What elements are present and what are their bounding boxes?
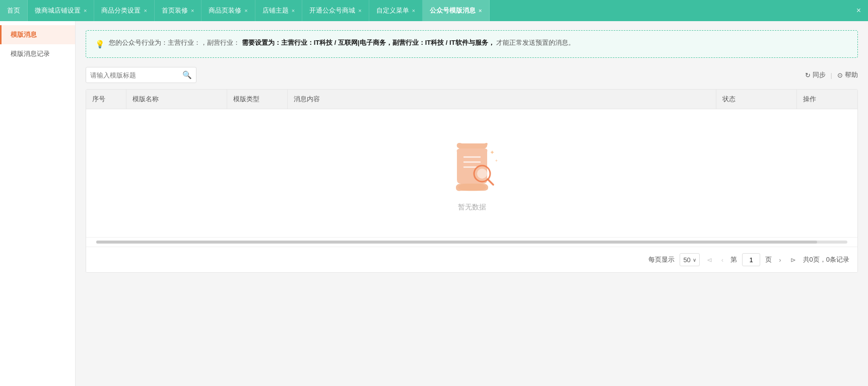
table-wrapper: 序号 模版名称 模版类型 消息内容 状态 操作 (86, 89, 858, 273)
total-text: 共0页，0条记录 (803, 255, 849, 264)
empty-state: ✦ ✦ 暂无数据 (86, 109, 857, 237)
per-page-select[interactable]: 50 ∨ (680, 253, 699, 266)
scrollbar-row (86, 237, 857, 247)
svg-text:✦: ✦ (495, 159, 498, 163)
close-icon[interactable]: × (358, 8, 361, 14)
svg-point-5 (477, 169, 487, 179)
close-icon[interactable]: × (84, 8, 87, 14)
close-icon[interactable]: × (191, 8, 194, 14)
nav-tab-shop-settings[interactable]: 微商城店铺设置 × (28, 0, 94, 21)
nav-tab-template-msg-label: 公众号模版消息 (430, 6, 476, 15)
nav-tab-open-mall[interactable]: 开通公众号商城 × (302, 0, 369, 21)
close-icon[interactable]: × (144, 8, 147, 14)
page-first-button[interactable]: ⊲ (705, 255, 714, 265)
empty-icon: ✦ ✦ (442, 139, 502, 195)
col-content: 消息内容 (288, 90, 716, 109)
table-header: 序号 模版名称 模版类型 消息内容 状态 操作 (86, 90, 857, 109)
per-page-label: 每页显示 (648, 255, 675, 264)
nav-tab-home[interactable]: 首页 (0, 0, 28, 21)
sidebar: 模版消息 模版消息记录 (0, 21, 76, 386)
nav-tab-custom-menu[interactable]: 自定义菜单 × (369, 0, 423, 21)
close-icon[interactable]: × (292, 8, 295, 14)
page-label: 第 (730, 255, 737, 264)
nav-tab-custom-menu-label: 自定义菜单 (376, 6, 409, 15)
close-all-button[interactable]: × (849, 6, 868, 15)
col-name: 模版名称 (126, 90, 227, 109)
nav-tab-shop-settings-label: 微商城店铺设置 (35, 6, 81, 15)
page-last-button[interactable]: ⊳ (788, 255, 798, 265)
chevron-down-icon: ∨ (693, 257, 696, 263)
top-nav: 首页 微商城店铺设置 × 商品分类设置 × 首页装修 × 商品页装修 × 店铺主… (0, 0, 868, 21)
svg-text:✦: ✦ (490, 149, 495, 156)
divider: | (831, 71, 832, 79)
nav-tab-product-decor-label: 商品页装修 (209, 6, 241, 15)
search-button[interactable]: 🔍 (182, 70, 192, 80)
notice-text: 您的公众号行业为：主营行业：，副营行业： 需要设置为：主营行业：IT科技 / 互… (109, 38, 575, 48)
search-right-actions: ↻ 同步 | ⊙ 帮助 (805, 70, 858, 80)
notice-box: 💡 您的公众号行业为：主营行业：，副营行业： 需要设置为：主营行业：IT科技 /… (86, 30, 858, 58)
content-area: 💡 您的公众号行业为：主营行业：，副营行业： 需要设置为：主营行业：IT科技 /… (76, 21, 868, 386)
fake-scrollbar[interactable] (96, 241, 847, 244)
search-bar: 🔍 ↻ 同步 | ⊙ 帮助 (86, 67, 858, 83)
main-layout: 模版消息 模版消息记录 💡 您的公众号行业为：主营行业：，副营行业： 需要设置为… (0, 21, 868, 386)
bulb-icon: 💡 (95, 38, 105, 50)
nav-tab-open-mall-label: 开通公众号商城 (309, 6, 355, 15)
nav-tab-shop-theme[interactable]: 店铺主题 × (255, 0, 302, 21)
page-next-button[interactable]: › (777, 255, 783, 265)
nav-tab-product-decor[interactable]: 商品页装修 × (202, 0, 255, 21)
col-index: 序号 (86, 90, 126, 109)
nav-tab-shop-theme-label: 店铺主题 (262, 6, 289, 15)
nav-tab-home-decor-label: 首页装修 (162, 6, 188, 15)
scrollbar-thumb (96, 241, 817, 244)
search-input[interactable] (90, 71, 182, 79)
page-input[interactable] (742, 253, 760, 266)
pagination: 每页显示 50 ∨ ⊲ ‹ 第 页 › ⊳ 共0页，0条记录 (86, 247, 857, 272)
nav-tab-home-decor[interactable]: 首页装修 × (155, 0, 202, 21)
svg-line-6 (488, 179, 493, 185)
page-prev-button[interactable]: ‹ (719, 255, 725, 265)
sync-button[interactable]: ↻ 同步 (805, 70, 826, 80)
empty-label: 暂无数据 (458, 203, 486, 212)
help-button[interactable]: ⊙ 帮助 (837, 70, 858, 80)
sidebar-item-template-record[interactable]: 模版消息记录 (0, 44, 75, 63)
help-icon: ⊙ (837, 71, 843, 79)
page-unit: 页 (765, 255, 772, 264)
col-status: 状态 (716, 90, 797, 109)
sidebar-item-template-msg[interactable]: 模版消息 (0, 25, 75, 44)
close-icon[interactable]: × (412, 8, 415, 14)
nav-tab-template-msg[interactable]: 公众号模版消息 × (423, 0, 489, 21)
nav-tab-product-category-label: 商品分类设置 (101, 6, 141, 15)
sync-icon: ↻ (805, 71, 811, 79)
col-type: 模版类型 (227, 90, 288, 109)
nav-tab-home-label: 首页 (7, 6, 20, 15)
search-input-wrapper: 🔍 (86, 67, 196, 83)
nav-tab-product-category[interactable]: 商品分类设置 × (94, 0, 154, 21)
col-action: 操作 (797, 90, 857, 109)
close-icon[interactable]: × (479, 8, 482, 14)
close-icon[interactable]: × (244, 8, 247, 14)
